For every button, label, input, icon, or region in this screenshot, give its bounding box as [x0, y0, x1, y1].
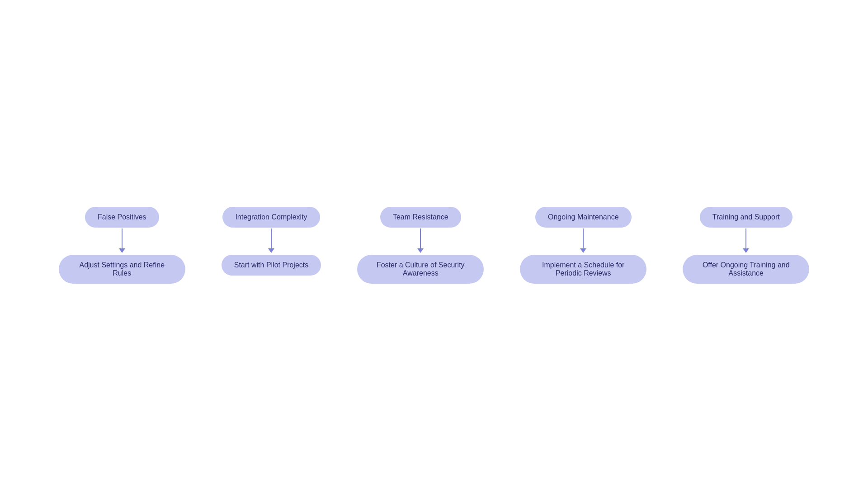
flow-column-2: Integration ComplexityStart with Pilot P… [222, 207, 321, 276]
bottom-node-2: Start with Pilot Projects [222, 255, 321, 276]
flow-column-5: Training and SupportOffer Ongoing Traini… [683, 207, 809, 284]
arrow-line-1 [122, 228, 123, 248]
bottom-node-1: Adjust Settings and Refine Rules [59, 255, 185, 284]
top-node-3: Team Resistance [380, 207, 461, 228]
flow-columns: False PositivesAdjust Settings and Refin… [41, 207, 828, 284]
arrow-line-2 [271, 228, 272, 248]
arrow-line-4 [583, 228, 584, 248]
arrow-1 [119, 228, 125, 255]
bottom-node-4: Implement a Schedule for Periodic Review… [520, 255, 646, 284]
bottom-node-3: Foster a Culture of Security Awareness [357, 255, 484, 284]
arrow-head-1 [119, 248, 125, 253]
flow-column-1: False PositivesAdjust Settings and Refin… [59, 207, 185, 284]
arrow-head-2 [268, 248, 274, 253]
top-node-2: Integration Complexity [222, 207, 320, 228]
arrow-3 [417, 228, 424, 255]
arrow-2 [268, 228, 274, 255]
top-node-5: Training and Support [700, 207, 793, 228]
diagram-container: False PositivesAdjust Settings and Refin… [0, 0, 868, 490]
top-node-4: Ongoing Maintenance [535, 207, 632, 228]
arrow-line-5 [745, 228, 746, 248]
flow-column-4: Ongoing MaintenanceImplement a Schedule … [520, 207, 646, 284]
flow-column-3: Team ResistanceFoster a Culture of Secur… [357, 207, 484, 284]
arrow-5 [743, 228, 749, 255]
arrow-head-4 [580, 248, 586, 253]
top-node-1: False Positives [85, 207, 159, 228]
arrow-head-5 [743, 248, 749, 253]
arrow-head-3 [417, 248, 424, 253]
arrow-4 [580, 228, 586, 255]
bottom-node-5: Offer Ongoing Training and Assistance [683, 255, 809, 284]
arrow-line-3 [420, 228, 421, 248]
